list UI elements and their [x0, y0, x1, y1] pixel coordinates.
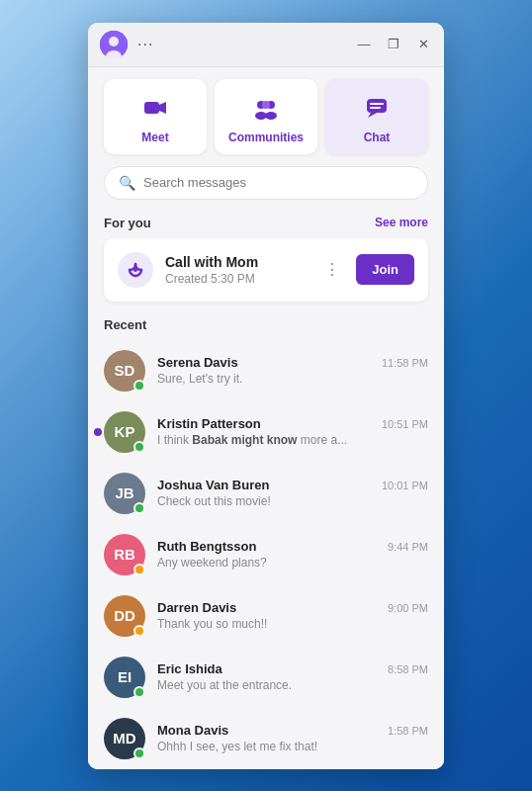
svg-rect-3	[144, 102, 159, 114]
communities-icon	[249, 91, 283, 125]
list-item[interactable]: MDMona Davis1:58 PMOhhh I see, yes let m…	[88, 708, 444, 769]
svg-marker-4	[159, 102, 166, 114]
chat-name: Darren Davis	[157, 600, 236, 615]
avatar: EI	[104, 657, 145, 698]
avatar: KP	[104, 411, 145, 453]
chat-content: Ruth Bengtsson9:44 PMAny weekend plans?	[157, 539, 428, 570]
chat-time: 9:00 PM	[388, 602, 428, 614]
list-item[interactable]: EIEric Ishida8:58 PMMeet you at the entr…	[88, 647, 444, 708]
recent-section: Recent	[88, 306, 444, 340]
window-controls: — ❐ ✕	[355, 36, 432, 53]
list-item[interactable]: RBRuth Bengtsson9:44 PMAny weekend plans…	[88, 524, 444, 585]
for-you-label: For you	[104, 216, 151, 230]
avatar: RB	[104, 534, 145, 575]
svg-point-7	[262, 101, 270, 109]
close-button[interactable]: ✕	[414, 36, 432, 53]
chat-content: Eric Ishida8:58 PMMeet you at the entran…	[157, 661, 428, 692]
chat-preview: I think Babak might know more a...	[157, 433, 428, 447]
chat-time: 11:58 PM	[382, 357, 428, 369]
nav-buttons: Meet Communities	[88, 67, 444, 166]
chat-preview: Thank you so much!!	[157, 617, 428, 631]
status-dot	[133, 625, 145, 637]
call-info: Call with Mom Created 5:30 PM	[165, 254, 309, 286]
chat-time: 8:58 PM	[388, 663, 428, 675]
more-options-button[interactable]: ···	[137, 36, 153, 53]
call-card[interactable]: Call with Mom Created 5:30 PM ⋮ Join	[104, 238, 428, 302]
chat-icon	[360, 91, 394, 125]
chat-content: Kristin Patterson10:51 PMI think Babak m…	[157, 416, 428, 447]
chat-time: 9:44 PM	[388, 541, 428, 553]
chat-content: Darren Davis9:00 PMThank you so much!!	[157, 600, 428, 631]
chat-preview: Check out this movie!	[157, 494, 428, 508]
meet-icon	[138, 91, 172, 125]
chat-content: Serena Davis11:58 PMSure, Let's try it.	[157, 355, 428, 386]
chat-time: 1:58 PM	[388, 725, 428, 737]
status-dot	[133, 441, 145, 453]
status-dot	[133, 686, 145, 698]
chat-name: Kristin Patterson	[157, 416, 261, 431]
chat-preview: Ohhh I see, yes let me fix that!	[157, 740, 428, 753]
status-dot	[133, 380, 145, 392]
communities-button[interactable]: Communities	[215, 79, 317, 154]
meet-button[interactable]: Meet	[104, 79, 207, 154]
chat-content: Joshua Van Buren10:01 PMCheck out this m…	[157, 478, 428, 508]
chat-label: Chat	[364, 131, 391, 144]
status-dot	[133, 502, 145, 514]
communities-label: Communities	[228, 131, 304, 144]
search-icon: 🔍	[119, 175, 135, 191]
chat-name: Joshua Van Buren	[157, 478, 269, 492]
call-time: Created 5:30 PM	[165, 272, 309, 286]
maximize-button[interactable]: ❐	[385, 36, 402, 53]
teams-window: ··· — ❐ ✕ Meet	[88, 23, 444, 769]
search-input[interactable]	[143, 175, 413, 190]
chat-time: 10:01 PM	[382, 480, 428, 491]
chat-name: Ruth Bengtsson	[157, 539, 256, 554]
chat-list: SDSerena Davis11:58 PMSure, Let's try it…	[88, 340, 444, 769]
chat-content: Mona Davis1:58 PMOhhh I see, yes let me …	[157, 723, 428, 753]
avatar: SD	[104, 350, 145, 392]
avatar: JB	[104, 473, 145, 514]
chat-preview: Sure, Let's try it.	[157, 372, 428, 386]
avatar: DD	[104, 595, 145, 637]
chat-button[interactable]: Chat	[325, 79, 428, 154]
svg-point-9	[265, 112, 277, 120]
list-item[interactable]: SDSerena Davis11:58 PMSure, Let's try it…	[88, 340, 444, 401]
chat-time: 10:51 PM	[382, 418, 428, 430]
search-bar: 🔍	[104, 166, 428, 200]
svg-marker-11	[368, 113, 377, 118]
minimize-button[interactable]: —	[355, 36, 373, 53]
svg-point-14	[133, 268, 137, 272]
svg-point-1	[109, 37, 119, 46]
chat-preview: Any weekend plans?	[157, 556, 428, 570]
call-more-options[interactable]: ⋮	[320, 256, 344, 283]
titlebar: ··· — ❐ ✕	[88, 23, 444, 67]
for-you-section: For you See more Call with Mom Created 5…	[88, 208, 444, 306]
list-item[interactable]: JBJoshua Van Buren10:01 PMCheck out this…	[88, 463, 444, 524]
user-avatar-icon	[100, 31, 128, 58]
avatar: MD	[104, 718, 145, 759]
join-button[interactable]: Join	[356, 254, 414, 285]
status-dot	[133, 564, 145, 575]
chat-name: Mona Davis	[157, 723, 228, 738]
chat-preview: Meet you at the entrance.	[157, 678, 428, 692]
meet-label: Meet	[141, 131, 168, 144]
call-icon	[118, 252, 153, 288]
see-more-button[interactable]: See more	[375, 216, 428, 229]
recent-label: Recent	[104, 317, 428, 332]
list-item[interactable]: KPKristin Patterson10:51 PMI think Babak…	[88, 401, 444, 463]
avatar[interactable]	[100, 31, 128, 58]
call-name: Call with Mom	[165, 254, 309, 270]
status-dot	[133, 747, 145, 759]
list-item[interactable]: DDDarren Davis9:00 PMThank you so much!!	[88, 585, 444, 647]
svg-rect-10	[367, 99, 387, 113]
for-you-header: For you See more	[104, 216, 428, 230]
chat-name: Serena Davis	[157, 355, 238, 370]
chat-name: Eric Ishida	[157, 661, 222, 676]
